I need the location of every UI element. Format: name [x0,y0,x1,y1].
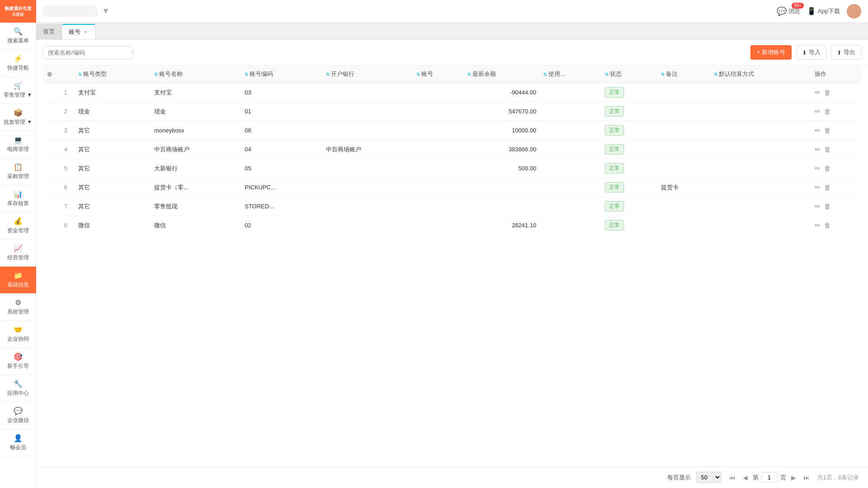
tab-label: 首页 [43,28,55,36]
row-type: 其它 [75,140,151,159]
sidebar-item-搜索菜单[interactable]: 🔍搜索菜单 [0,23,36,50]
row-usage [540,216,601,235]
row-settings [43,83,57,102]
row-name: 零售抵现 [151,197,241,216]
edit-button[interactable]: ✏ [815,221,821,230]
delete-button[interactable]: 🗑 [824,127,831,135]
sidebar-label: 批发管理 ▼ [2,118,34,126]
edit-button[interactable]: ✏ [815,202,821,211]
table-row: 7 其它 零售抵现 STORED... 正常 ✏ 🗑 [43,197,861,216]
search-button[interactable]: 🔍 [128,47,133,59]
last-page-button[interactable]: ⏭ [801,473,812,482]
export-icon: ⬆ [837,49,842,56]
th-name[interactable]: ⇅账号名称 [151,66,241,83]
th-remark[interactable]: ⇅备注 [657,66,710,83]
row-balance [464,197,540,216]
delete-button[interactable]: 🗑 [824,202,831,211]
app-logo: 畅捷通好生意 乐惠版 [0,0,36,23]
sidebar-item-批发管理[interactable]: 📦批发管理 ▼ [0,104,36,131]
sidebar-label: 电商管理 [2,145,34,153]
row-remark [657,83,710,102]
message-button[interactable]: 💬 消息 99+ [777,6,800,16]
row-bank [322,216,413,235]
add-account-button[interactable]: + 新增账号 [750,45,792,60]
prev-page-button[interactable]: ◀ [741,473,750,482]
sidebar-item-新手引导[interactable]: 🎯新手引导 [0,348,36,375]
user-avatar[interactable] [847,4,861,19]
sidebar-item-零售管理[interactable]: 🛒零售管理 ▼ [0,77,36,104]
delete-button[interactable]: 🗑 [824,108,831,116]
th-bank[interactable]: ⇅开户银行 [322,66,413,83]
row-status: 正常 [601,121,657,140]
row-settings [43,159,57,178]
th-settlement[interactable]: ⇅默认结算方式 [710,66,811,83]
sidebar-item-电商管理[interactable]: 💻电商管理 [0,131,36,158]
delete-button[interactable]: 🗑 [824,221,831,230]
row-settings [43,178,57,197]
row-type: 其它 [75,159,151,178]
row-settings [43,121,57,140]
edit-button[interactable]: ✏ [815,164,821,173]
row-name: 中百商场账户 [151,140,241,159]
sidebar-item-畅会员[interactable]: 👤畅会员 [0,429,36,456]
dropdown-icon[interactable]: ▼ [102,6,110,16]
delete-button[interactable]: 🗑 [824,145,831,154]
row-type: 支付宝 [75,83,151,102]
delete-button[interactable]: 🗑 [824,164,831,173]
sidebar-item-库存核算[interactable]: 📊库存核算 [0,185,36,212]
tab-账号[interactable]: 账号× [62,24,95,39]
header-search-input[interactable] [43,6,97,17]
th-account[interactable]: ⇅账号 [413,66,464,83]
edit-button[interactable]: ✏ [815,183,821,192]
row-account [413,197,464,216]
sidebar-item-应用中心[interactable]: 🔧应用中心 [0,375,36,402]
row-actions: ✏ 🗑 [811,216,861,235]
export-button[interactable]: ⬆ 导出 [831,45,861,60]
app-download-button[interactable]: 📱 App下载 [807,7,840,15]
sidebar-item-企业协同[interactable]: 🤝企业协同 [0,321,36,348]
total-info: 共1页，8条记录 [817,474,859,482]
th-settings[interactable]: ⚙ [43,66,57,83]
edit-button[interactable]: ✏ [815,127,821,135]
th-status[interactable]: ⇅状态 [601,66,657,83]
sidebar-item-采购管理[interactable]: 📋采购管理 [0,158,36,185]
row-actions: ✏ 🗑 [811,197,861,216]
import-button[interactable]: ⬇ 导入 [796,45,826,60]
edit-button[interactable]: ✏ [815,108,821,116]
sidebar-item-基础信息[interactable]: 📁基础信息 [0,267,36,294]
row-remark [657,102,710,121]
tab-close-button[interactable]: × [83,29,88,35]
row-usage [540,178,601,197]
edit-button[interactable]: ✏ [815,89,821,97]
edit-button[interactable]: ✏ [815,145,821,154]
th-usage[interactable]: ⇅使用... [540,66,601,83]
sidebar-item-经营管理[interactable]: 📈经营管理 [0,239,36,267]
page-size-select[interactable]: 50 100 200 [696,472,722,483]
sidebar-item-快捷导航[interactable]: ⚡快捷导航 [0,50,36,77]
header-right: 💬 消息 99+ 📱 App下载 [777,4,861,19]
accounts-table: ⚙ ⇅账号类型 ⇅账号名称 ⇅账号编码 ⇅开户银行 ⇅账号 ⇅最新余额 ⇅使用.… [43,66,861,235]
sidebar-item-系统管理[interactable]: ⚙系统管理 [0,294,36,321]
row-settlement [710,140,811,159]
row-name: 微信 [151,216,241,235]
row-name: 提货卡（零... [151,178,241,197]
row-index: 8 [57,216,75,235]
row-settlement [710,121,811,140]
th-type[interactable]: ⇅账号类型 [75,66,151,83]
delete-button[interactable]: 🗑 [824,183,831,192]
th-balance[interactable]: ⇅最新余额 [464,66,540,83]
search-input[interactable] [43,47,128,59]
tab-首页[interactable]: 首页 [36,24,62,39]
sidebar-icon: 👤 [2,434,34,442]
sidebar-label: 企业协同 [2,335,34,343]
delete-button[interactable]: 🗑 [824,89,831,97]
row-name: moneybosx [151,121,241,140]
page-number-input[interactable] [761,472,778,483]
th-code[interactable]: ⇅账号编码 [241,66,322,83]
first-page-button[interactable]: ⏮ [727,473,738,482]
sidebar-item-资金管理[interactable]: 💰资金管理 [0,212,36,239]
next-page-button[interactable]: ▶ [789,473,798,482]
sidebar-item-企业微信[interactable]: 💬企业微信 [0,402,36,429]
row-account [413,121,464,140]
row-type: 其它 [75,121,151,140]
